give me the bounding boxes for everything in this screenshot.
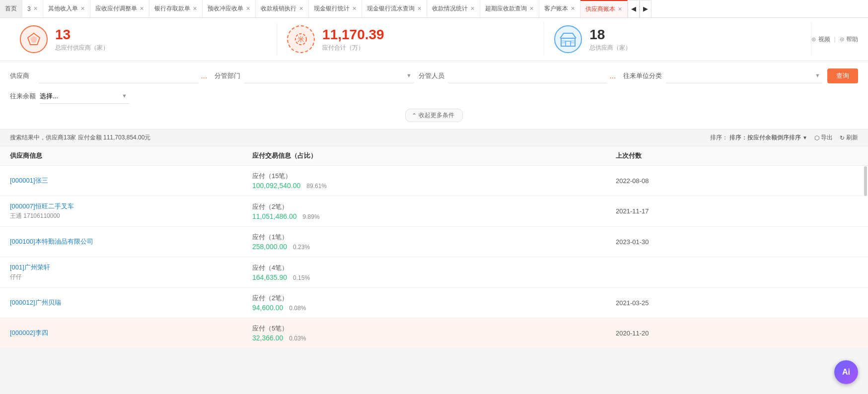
tx-amount-row: 94,600.00 0.08% [252, 303, 616, 312]
category-select-wrap: ▼ [666, 68, 823, 83]
supplier-link[interactable]: [000100]本特勤油品有限公司 [10, 238, 93, 245]
tx-percent: 0.03% [289, 335, 306, 342]
close-icon[interactable]: ✕ [470, 5, 475, 12]
nav-tab-cash-flow[interactable]: 现金银行流水查询 ✕ [362, 0, 427, 17]
tx-percent: 89.61% [306, 183, 327, 190]
tx-cell: 应付 （15笔） 100,092,540.00 89.61% [252, 172, 616, 190]
dept-select[interactable] [244, 68, 414, 83]
filter-category: 往来单位分类 ▼ [623, 68, 823, 83]
stat-value-amount: 11,170.39 [322, 27, 384, 43]
nav-tab-collect-verify[interactable]: 收款核销执行 ✕ [256, 0, 309, 17]
tx-amount-row: 164,635.90 0.15% [252, 272, 616, 281]
stat-label-total-suppliers: 总供应商（家） [589, 44, 631, 52]
nav-tab-bank-deposit[interactable]: 银行存取款单 ✕ [149, 0, 203, 17]
tx-label: 应付 [252, 172, 265, 181]
rice-icon: 米 [287, 25, 315, 53]
category-select[interactable] [666, 68, 823, 83]
tx-label: 应付 [252, 263, 265, 272]
refresh-button[interactable]: ↻ 刷新 [840, 133, 858, 142]
close-icon[interactable]: ✕ [80, 5, 85, 12]
close-icon[interactable]: ✕ [33, 5, 38, 12]
table-row: [000012]广州贝瑞 应付 （2笔） 94,600.00 0.08% 202… [0, 288, 868, 318]
tx-amount[interactable]: 100,092,540.00 [252, 182, 300, 190]
last-pay-value: 2022-08-08 [616, 177, 649, 185]
nav-tab-customer-book[interactable]: 客户账本 ✕ [539, 0, 580, 17]
tx-amount-row: 100,092,540.00 89.61% [252, 181, 616, 190]
nav-tab-overdue-ar[interactable]: 超期应收款查询 ✕ [480, 0, 539, 17]
close-icon[interactable]: ✕ [246, 5, 250, 12]
nav-tab-other-income[interactable]: 其他收入单 ✕ [43, 0, 90, 17]
supplier-cell: [000012]广州贝瑞 [10, 298, 252, 307]
nav-tab-cash-bank-stat[interactable]: 现金银行统计 ✕ [309, 0, 362, 17]
close-icon[interactable]: ✕ [529, 5, 534, 12]
tx-amount[interactable]: 11,051,486.00 [252, 212, 297, 220]
tx-amount[interactable]: 258,000.00 [252, 243, 287, 251]
balance-select-wrap: 选择... ▼ [40, 88, 129, 104]
tx-row: 应付 （1笔） [252, 233, 616, 242]
person-input[interactable] [448, 68, 607, 83]
supplier-link[interactable]: [000007]恒旺二手叉车 [10, 202, 74, 210]
nav-tab-supplier-book[interactable]: 供应商账本 ✕ [580, 0, 628, 17]
right-actions: 排序： 排序：按应付余额倒序排序 ▼ ⬡ 导出 ↻ 刷新 [710, 133, 858, 142]
stat-block-total-suppliers: 18 总供应商（家） [544, 23, 811, 56]
supplier-dots[interactable]: ... [201, 71, 207, 80]
tx-amount[interactable]: 94,600.00 [252, 304, 283, 312]
nav-left-arrow[interactable]: ◀ [628, 0, 640, 18]
svg-rect-7 [571, 40, 574, 43]
svg-text:米: 米 [297, 35, 304, 43]
tx-cell: 应付 （1笔） 258,000.00 0.23% [252, 233, 616, 251]
filter-person: 分管人员 ... [419, 68, 618, 83]
close-icon[interactable]: ✕ [618, 6, 622, 12]
close-icon[interactable]: ✕ [571, 5, 575, 12]
tx-count: （4笔） [265, 263, 288, 272]
tx-amount-row: 258,000.00 0.23% [252, 242, 616, 251]
supplier-input[interactable] [39, 68, 199, 83]
nav-tab-home[interactable]: 首页 [0, 0, 22, 17]
person-dots[interactable]: ... [609, 71, 616, 80]
sort-value[interactable]: 排序：按应付余额倒序排序 [729, 133, 801, 142]
close-icon[interactable]: ✕ [352, 5, 357, 12]
table-header: 供应商信息 应付交易信息（占比） 上次付数 [0, 146, 868, 166]
export-button[interactable]: ⬡ 导出 [814, 133, 833, 142]
tx-amount[interactable]: 164,635.90 [252, 273, 287, 281]
table-row: [000002]李四 应付 （5笔） 32,366.00 0.03% 2020-… [0, 318, 868, 348]
nav-tab-ar-ap-adjust[interactable]: 应收应付调整单 ✕ [90, 0, 149, 17]
close-icon[interactable]: ✕ [299, 5, 303, 12]
nav-tab-3[interactable]: 3 ✕ [22, 0, 43, 17]
tx-count: （15笔） [265, 172, 291, 181]
nav-tab-collect-stat[interactable]: 收款情况统计 ✕ [427, 0, 480, 17]
help-link[interactable]: ⊙ 帮助 [840, 35, 858, 44]
table-row: [001]广州荣轩仔仔 应付 （4笔） 164,635.90 0.15% [0, 257, 868, 288]
export-icon: ⬡ [814, 134, 819, 141]
col-header-supplier: 供应商信息 [10, 151, 252, 160]
tx-cell: 应付 （2笔） 94,600.00 0.08% [252, 294, 616, 312]
balance-filter-label: 往来余额 [10, 92, 36, 101]
close-icon[interactable]: ✕ [417, 5, 422, 12]
query-button[interactable]: 查询 [827, 68, 858, 83]
nav-right-arrow[interactable]: ▶ [640, 0, 651, 18]
table-container: 供应商信息 应付交易信息（占比） 上次付数 [000001]张三 应付 （15笔… [0, 146, 868, 348]
last-pay-cell: 2022-08-08 [616, 177, 858, 185]
supplier-link[interactable]: [000002]李四 [10, 329, 48, 336]
filter-supplier: 供应商 ... [10, 68, 210, 83]
balance-select[interactable]: 选择... [40, 88, 129, 103]
close-icon[interactable]: ✕ [193, 5, 197, 12]
nav-tab-pre-collect[interactable]: 预收冲应收单 ✕ [203, 0, 256, 17]
table-wrap: 供应商信息 应付交易信息（占比） 上次付数 [000001]张三 应付 （15笔… [0, 146, 868, 348]
close-icon[interactable]: ✕ [140, 5, 144, 12]
tx-count: （2笔） [265, 202, 288, 211]
supplier-link[interactable]: [001]广州荣轩 [10, 263, 50, 271]
tx-amount[interactable]: 32,366.00 [252, 334, 283, 342]
scrollbar-y[interactable] [864, 166, 867, 196]
last-pay-value: 2023-01-30 [616, 238, 649, 246]
filter-area: 供应商 ... 分管部门 ▼ 分管人员 ... 往来单位分类 ▼ 查询 [0, 61, 868, 130]
supplier-link[interactable]: [000001]张三 [10, 177, 48, 184]
collapse-button[interactable]: ⌃ 收起更多条件 [405, 109, 463, 122]
video-link[interactable]: ⊙ 视频 [811, 35, 830, 44]
svg-marker-1 [30, 36, 37, 43]
table-row: [000007]恒旺二手叉车王通 17106110000 应付 （2笔） 11,… [0, 196, 868, 227]
category-filter-label: 往来单位分类 [623, 71, 662, 80]
stats-bar: 13 总应付供应商（家） 米 11,170.39 应付合计（万） [0, 18, 868, 61]
supplier-link[interactable]: [000012]广州贝瑞 [10, 299, 61, 306]
stat-block-suppliers: 13 总应付供应商（家） [10, 23, 277, 56]
